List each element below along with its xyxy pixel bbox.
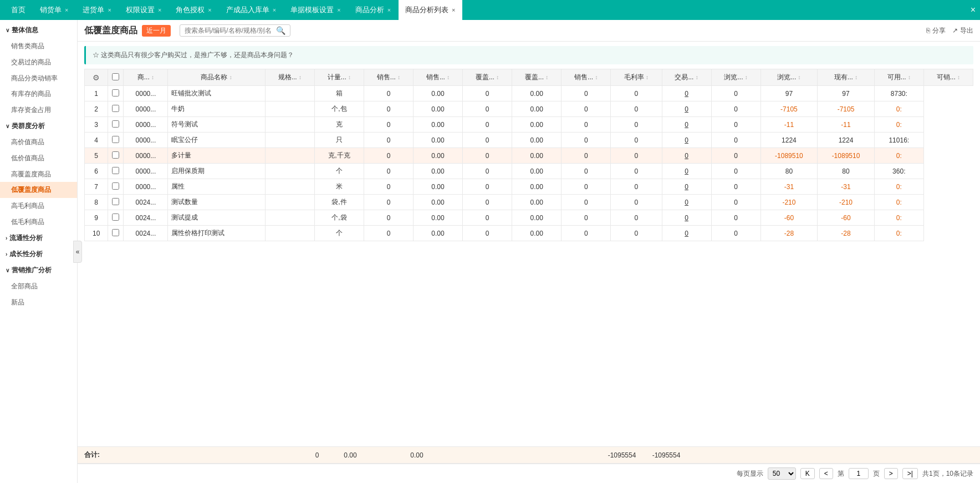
last-page-button[interactable]: >| [902,468,918,479]
close-sales-tab[interactable]: × [65,0,68,20]
row-checkbox[interactable] [112,105,119,112]
table-cell: 97 [760,86,818,101]
col-sales3[interactable]: 销售... ↕ [562,69,611,86]
sidebar-item-traded-goods[interactable]: 交易过的商品 [0,54,77,70]
col-current[interactable]: 现有... ↕ [818,69,875,86]
nav-sales[interactable]: 销货单 × [33,0,75,20]
close-role-auth-tab[interactable]: × [208,0,211,20]
close-permissions-tab[interactable]: × [158,0,161,20]
col-saleable[interactable]: 可销... ↕ [923,69,973,86]
nav-template-settings[interactable]: 单据模板设置 × [284,0,347,20]
table-cell[interactable]: 0 [662,210,711,226]
col-unit[interactable]: 计量... ↕ [314,69,364,86]
sidebar-section-marketing[interactable]: ∨ 营销推广分析 [0,262,77,278]
sidebar-item-category-rate[interactable]: 商品分类动销率 [0,70,77,87]
close-product-inbound-tab[interactable]: × [273,0,276,20]
table-cell: 0 [463,133,512,148]
sidebar-item-in-stock-goods[interactable]: 有库存的商品 [0,86,77,102]
row-checkbox[interactable] [112,151,119,159]
nav-role-auth[interactable]: 角色授权 × [169,0,218,20]
table-cell: 0 [611,195,662,210]
col-name[interactable]: 商品名称 ↕ [168,69,265,86]
col-browse1[interactable]: 浏览... ↕ [711,69,760,86]
close-analysis-list-tab[interactable]: × [452,0,455,20]
sidebar-section-overall[interactable]: ∨ 整体信息 [0,22,77,38]
table-cell[interactable]: 0 [662,226,711,241]
row-checkbox[interactable] [112,136,119,143]
next-page-button[interactable]: > [884,468,898,479]
col-margin[interactable]: 毛利率 ↕ [611,69,662,86]
table-cell: 袋,件 [314,195,364,210]
col-transaction[interactable]: 交易... ↕ [662,69,711,86]
table-cell[interactable]: 0 [662,117,711,133]
col-code[interactable]: 商... ↕ [124,69,168,86]
col-sales1[interactable]: 销售... ↕ [364,69,413,86]
sidebar-item-low-value[interactable]: 低价值商品 [0,150,77,166]
section-arrow-cluster: ∨ [6,123,9,129]
sidebar-section-flow[interactable]: › 流通性分析 [0,230,77,246]
table-cell[interactable]: 0 [662,195,711,210]
sidebar-item-high-coverage[interactable]: 高覆盖度商品 [0,166,77,182]
nav-permissions[interactable]: 权限设置 × [119,0,168,20]
row-checkbox[interactable] [112,198,119,205]
row-checkbox[interactable] [112,167,119,174]
sidebar-section-growth[interactable]: › 成长性分析 [0,246,77,262]
nav-product-analysis[interactable]: 商品分析 × [349,0,397,20]
col-spec[interactable]: 规格... ↕ [265,69,314,86]
table-cell[interactable]: 0 [662,101,711,117]
table-cell [265,86,314,101]
close-purchase-tab[interactable]: × [108,0,111,20]
nav-product-inbound[interactable]: 产成品入库单 × [220,0,283,20]
sidebar-item-low-margin[interactable]: 低毛利商品 [0,214,77,230]
export-button[interactable]: ↗ 导出 [952,26,973,35]
sidebar-collapse-button[interactable]: « [73,241,82,263]
date-filter-button[interactable]: 近一月 [142,25,171,37]
sidebar-item-new-goods[interactable]: 新品 [0,294,77,311]
page-number-input[interactable] [849,468,869,479]
nav-home[interactable]: 首页 [4,0,32,20]
data-table: ⚙ 商... ↕ 商品名称 ↕ 规格... ↕ 计量... ↕ 销售... ↕ … [84,69,973,241]
close-analysis-tab[interactable]: × [387,0,391,20]
col-coverage2[interactable]: 覆盖... ↕ [512,69,562,86]
search-input[interactable] [185,27,276,34]
share-button[interactable]: ⎘ 分享 [926,26,946,35]
sidebar-item-low-coverage[interactable]: 低覆盖度商品 [0,182,77,198]
row-checkbox[interactable] [112,182,119,190]
col-browse2[interactable]: 浏览... ↕ [760,69,818,86]
sidebar-item-all-goods[interactable]: 全部商品 [0,278,77,294]
content-header: 低覆盖度商品 近一月 🔍 ⎘ 分享 ↗ 导出 [78,20,980,42]
table-cell[interactable]: 0 [662,86,711,101]
table-cell: 7 [85,179,108,195]
col-settings[interactable]: ⚙ [85,69,108,86]
table-cell[interactable]: 0 [662,148,711,164]
table-cell: 0 [711,86,760,101]
table-cell[interactable]: 0 [662,179,711,195]
close-template-tab[interactable]: × [337,0,340,20]
export-icon: ↗ [952,27,958,34]
nav-purchase[interactable]: 进货单 × [76,0,118,20]
sidebar-item-inventory-capital[interactable]: 库存资金占用 [0,102,77,118]
table-cell[interactable]: 0 [662,164,711,179]
table-cell[interactable]: 0 [662,133,711,148]
first-page-button[interactable]: K [800,468,815,479]
table-cell: 0 [611,164,662,179]
footer-col-saleable: -1095554 [644,451,688,459]
col-coverage1[interactable]: 覆盖... ↕ [463,69,512,86]
table-cell: 0.00 [414,210,463,226]
nav-product-analysis-list[interactable]: 商品分析列表 × [399,0,462,20]
sidebar-item-high-margin[interactable]: 高毛利商品 [0,198,77,214]
prev-page-button[interactable]: < [819,468,833,479]
sidebar-item-sales-goods[interactable]: 销售类商品 [0,38,77,54]
row-checkbox[interactable] [112,89,119,96]
sidebar-item-high-value[interactable]: 高价值商品 [0,134,77,150]
per-page-select[interactable]: 50 100 200 [768,467,796,480]
col-available[interactable]: 可用... ↕ [874,69,923,86]
row-checkbox[interactable] [112,229,119,236]
col-sales2[interactable]: 销售... ↕ [414,69,463,86]
sidebar-section-cluster[interactable]: ∨ 类群度分析 [0,118,77,134]
window-close-button[interactable]: × [971,5,976,15]
row-checkbox[interactable] [112,120,119,128]
row-checkbox[interactable] [112,213,119,221]
select-all-checkbox[interactable] [112,73,119,80]
table-row: 30000...符号测试克00.0000.000000-11-110: [85,117,973,133]
